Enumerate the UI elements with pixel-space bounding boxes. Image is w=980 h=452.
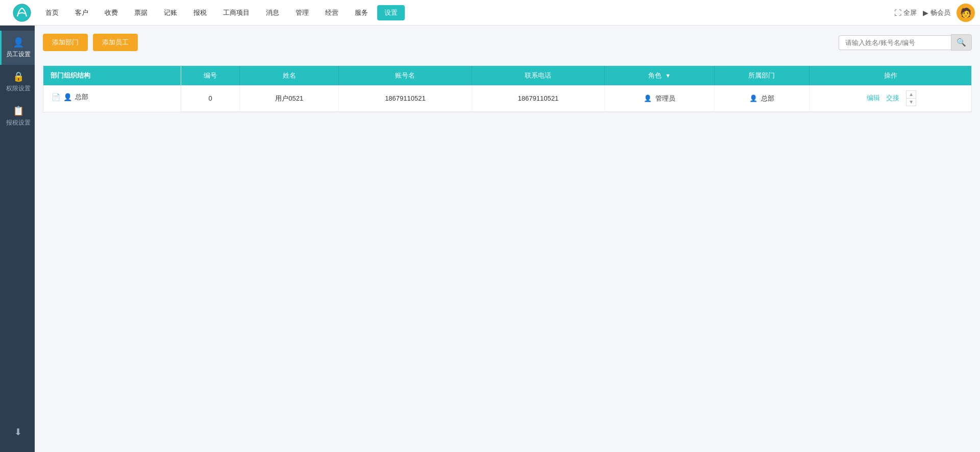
sidebar: 👤 员工设置 🔒 权限设置 📋 报税设置 ⬇ bbox=[0, 26, 35, 452]
dept-tree-header: 部门组织结构 bbox=[43, 66, 181, 85]
cell-id: 0 bbox=[181, 85, 240, 112]
top-navigation: 首页 客户 收费 票据 记账 报税 工商项目 消息 管理 经营 服务 设置 ⛶ … bbox=[0, 0, 980, 26]
transfer-link[interactable]: 交接 bbox=[886, 94, 899, 102]
user-avatar[interactable]: 🧑 bbox=[957, 4, 975, 22]
col-role: 角色 ▼ bbox=[605, 66, 715, 85]
dept-tree-body: 📄 👤 总部 bbox=[43, 85, 181, 109]
taxsettings-icon: 📋 bbox=[13, 105, 24, 116]
add-employee-button[interactable]: 添加员工 bbox=[93, 34, 138, 51]
permission-icon: 🔒 bbox=[13, 71, 24, 82]
nav-items: 首页 客户 收费 票据 记账 报税 工商项目 消息 管理 经营 服务 设置 bbox=[38, 5, 894, 20]
role-user-icon: 👤 bbox=[644, 94, 652, 102]
add-dept-button[interactable]: 添加部门 bbox=[43, 34, 88, 51]
action-bar: 添加部门 添加员工 bbox=[43, 34, 138, 51]
cell-dept: 👤 总部 bbox=[714, 85, 809, 112]
fullscreen-button[interactable]: ⛶ 全屏 bbox=[894, 8, 917, 17]
col-account: 账号名 bbox=[339, 66, 472, 85]
sidebar-item-taxsettings[interactable]: 📋 报税设置 bbox=[0, 99, 35, 133]
cell-account: 18679110521 bbox=[339, 85, 472, 112]
edit-link[interactable]: 编辑 bbox=[867, 94, 880, 102]
sidebar-item-permission-label: 权限设置 bbox=[6, 84, 31, 93]
table-area: 部门组织结构 📄 👤 总部 编号 姓名 账号名 bbox=[43, 65, 972, 112]
premium-label: 畅会员 bbox=[930, 8, 950, 17]
nav-customer[interactable]: 客户 bbox=[68, 5, 95, 20]
nav-service[interactable]: 服务 bbox=[348, 5, 375, 20]
col-name: 姓名 bbox=[240, 66, 339, 85]
nav-message[interactable]: 消息 bbox=[259, 5, 286, 20]
nav-manage[interactable]: 管理 bbox=[288, 5, 316, 20]
cell-actions: 编辑 交接 ▲ ▼ bbox=[810, 85, 971, 112]
sidebar-download[interactable]: ⬇ bbox=[0, 420, 35, 444]
video-icon: ▶ bbox=[923, 9, 928, 17]
nav-right: ⛶ 全屏 ▶ 畅会员 🧑 bbox=[894, 4, 975, 22]
file-icon: 📄 bbox=[52, 93, 60, 101]
search-icon: 🔍 bbox=[957, 38, 966, 47]
nav-tax[interactable]: 报税 bbox=[186, 5, 214, 20]
employee-table: 编号 姓名 账号名 联系电话 角色 ▼ 所属部门 操作 bbox=[181, 66, 971, 112]
dept-node-head[interactable]: 📄 👤 总部 bbox=[47, 89, 177, 105]
sidebar-item-employee[interactable]: 👤 员工设置 bbox=[0, 31, 35, 65]
main-content: 添加部门 添加员工 🔍 部门组织结构 📄 👤 总部 bbox=[35, 26, 980, 452]
nav-settings[interactable]: 设置 bbox=[377, 5, 405, 20]
cell-phone: 18679110521 bbox=[472, 85, 604, 112]
search-button[interactable]: 🔍 bbox=[951, 34, 972, 51]
nav-home[interactable]: 首页 bbox=[38, 5, 66, 20]
nav-invoice[interactable]: 票据 bbox=[127, 5, 155, 20]
employee-icon: 👤 bbox=[13, 37, 24, 48]
nav-accounting[interactable]: 记账 bbox=[157, 5, 184, 20]
dept-node-name: 总部 bbox=[75, 92, 88, 102]
nav-operation[interactable]: 经营 bbox=[318, 5, 346, 20]
logo-icon bbox=[13, 4, 31, 22]
premium-button[interactable]: ▶ 畅会员 bbox=[923, 8, 950, 17]
col-dept: 所属部门 bbox=[714, 66, 809, 85]
table-row: 0 用户0521 18679110521 18679110521 👤 管理员 👤… bbox=[181, 85, 971, 112]
sidebar-item-taxsettings-label: 报税设置 bbox=[6, 118, 31, 127]
search-input[interactable] bbox=[839, 35, 951, 50]
role-filter-icon[interactable]: ▼ bbox=[665, 73, 671, 79]
search-bar: 🔍 bbox=[839, 34, 972, 51]
nav-business[interactable]: 工商项目 bbox=[216, 5, 257, 20]
cell-name: 用户0521 bbox=[240, 85, 339, 112]
scroll-down-arrow[interactable]: ▼ bbox=[906, 99, 916, 106]
scroll-arrows: ▲ ▼ bbox=[906, 90, 916, 106]
sidebar-bottom: ⬇ bbox=[0, 420, 35, 452]
sidebar-item-employee-label: 员工设置 bbox=[6, 50, 31, 59]
col-action: 操作 bbox=[810, 66, 971, 85]
dept-tree: 部门组织结构 📄 👤 总部 bbox=[43, 66, 181, 112]
nav-fee[interactable]: 收费 bbox=[97, 5, 125, 20]
logo-area bbox=[5, 4, 38, 22]
download-icon: ⬇ bbox=[14, 426, 22, 438]
fullscreen-icon: ⛶ bbox=[894, 9, 901, 17]
col-id: 编号 bbox=[181, 66, 240, 85]
cell-role: 👤 管理员 bbox=[605, 85, 715, 112]
scroll-up-arrow[interactable]: ▲ bbox=[906, 90, 916, 99]
col-phone: 联系电话 bbox=[472, 66, 604, 85]
dept-user-icon: 👤 bbox=[63, 93, 72, 101]
emp-table: 编号 姓名 账号名 联系电话 角色 ▼ 所属部门 操作 bbox=[181, 66, 971, 112]
table-scroll-wrap: 编号 姓名 账号名 联系电话 角色 ▼ 所属部门 操作 bbox=[181, 66, 971, 112]
top-action-row: 添加部门 添加员工 🔍 bbox=[43, 34, 972, 58]
sidebar-item-permission[interactable]: 🔒 权限设置 bbox=[0, 65, 35, 99]
fullscreen-label: 全屏 bbox=[903, 8, 917, 17]
dept-cell-icon: 👤 bbox=[749, 94, 757, 102]
